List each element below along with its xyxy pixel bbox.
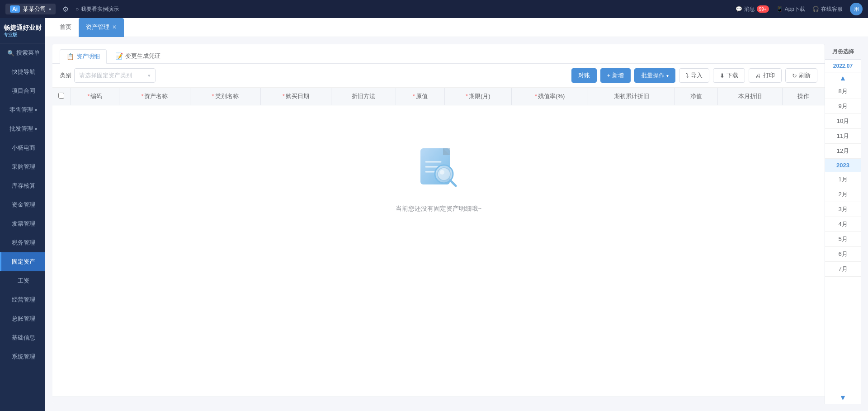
online-service-button[interactable]: 🎧 在线客服: [812, 5, 843, 13]
th-checkbox: [52, 88, 71, 105]
month-item[interactable]: 12月: [825, 144, 861, 159]
month-item[interactable]: 9月: [825, 99, 861, 114]
message-button[interactable]: 💬 消息 99+: [736, 5, 769, 13]
month-item[interactable]: 7月: [825, 262, 861, 277]
month-list: 8月9月10月11月12月20231月2月3月4月5月6月7月: [825, 84, 861, 392]
month-item[interactable]: 6月: [825, 247, 861, 262]
empty-message: 当前您还没有固定资产明细哦~: [396, 205, 481, 213]
sidebar-item-ecommerce[interactable]: 小畅电商: [0, 138, 45, 157]
month-item[interactable]: 8月: [825, 84, 861, 99]
print-icon: 🖨: [755, 72, 761, 79]
asset-detail-icon: 📋: [66, 53, 74, 60]
sidebar: 畅捷通好业财 专业版 🔍 搜索菜单 快捷导航 项目合同 零售管理 ▾ 批发管理 …: [0, 18, 45, 411]
app-icon: 📱: [776, 6, 783, 12]
sub-tab-change-voucher-label: 变更生成凭证: [125, 52, 160, 60]
tab-close-icon[interactable]: ✕: [112, 24, 117, 30]
month-item[interactable]: 2023: [825, 159, 861, 172]
sidebar-item-search[interactable]: 🔍 搜索菜单: [0, 43, 45, 62]
sub-tab-asset-detail[interactable]: 📋 资产明细: [60, 49, 107, 64]
avatar-text: 用: [854, 6, 859, 13]
tab-asset-management[interactable]: 资产管理 ✕: [79, 18, 124, 37]
refresh-label: 刷新: [799, 71, 811, 80]
th-residual-rate-label: 残值率(%): [538, 93, 565, 99]
import-button[interactable]: ⤵ 导入: [679, 68, 709, 83]
month-item[interactable]: 2月: [825, 187, 861, 202]
category-filter: 类别 请选择固定资产类别 ▾: [60, 68, 156, 83]
th-name-label: 资产名称: [144, 93, 168, 99]
category-select-input[interactable]: 请选择固定资产类别 ▾: [74, 68, 156, 83]
th-method: 折旧方法: [331, 88, 396, 105]
import-icon: ⤵: [686, 72, 689, 79]
select-arrow-icon: ▾: [148, 73, 151, 79]
sidebar-fixed-asset-label: 固定资产: [12, 258, 35, 266]
app-name: 畅捷通好业财: [4, 24, 42, 32]
sidebar-item-management[interactable]: 经营管理: [0, 290, 45, 309]
wholesale-arrow-icon: ▾: [35, 127, 37, 132]
demo-icon: ○: [75, 6, 79, 12]
sidebar-item-tax[interactable]: 税务管理: [0, 233, 45, 252]
sidebar-item-project[interactable]: 项目合同: [0, 81, 45, 100]
sidebar-item-basic-info[interactable]: 基础信息: [0, 328, 45, 347]
sub-tabs: 📋 资产明细 📝 变更生成凭证: [52, 44, 825, 64]
demo-button[interactable]: ○ 我要看实例演示: [75, 5, 119, 13]
add-button[interactable]: + 新增: [600, 68, 631, 83]
download-label: 下载: [726, 71, 738, 80]
category-placeholder: 请选择固定资产类别: [79, 71, 132, 80]
th-purchase-date-label: 购买日期: [286, 93, 309, 99]
th-period: *期限(月): [444, 88, 511, 105]
sidebar-item-purchase[interactable]: 采购管理: [0, 157, 45, 176]
print-button[interactable]: 🖨 打印: [749, 68, 782, 83]
company-selector[interactable]: Ai 某某公司 ▾: [5, 4, 56, 14]
sidebar-item-retail[interactable]: 零售管理 ▾: [0, 100, 45, 119]
month-item[interactable]: 4月: [825, 217, 861, 232]
sidebar-item-invoice[interactable]: 发票管理: [0, 214, 45, 233]
table-header-row: *编码 *资产名称 *类别名称 *购买日期 折旧方法 *原值 *期限(月) *残…: [52, 88, 825, 105]
batch-button[interactable]: 批量操作 ▾: [634, 68, 675, 83]
settings-button[interactable]: ⚙: [59, 3, 72, 15]
sidebar-item-inventory[interactable]: 库存核算: [0, 176, 45, 195]
th-code: *编码: [71, 88, 119, 105]
headphone-icon: 🎧: [812, 6, 819, 12]
print-label: 打印: [763, 71, 775, 80]
demo-label: 我要看实例演示: [81, 5, 119, 13]
app-download-button[interactable]: 📱 App下载: [776, 5, 805, 13]
th-net-value: 净值: [675, 88, 717, 105]
bottom-scroll[interactable]: [52, 397, 825, 404]
sidebar-item-finance[interactable]: 资金管理: [0, 195, 45, 214]
reconcile-button[interactable]: 对账: [571, 68, 597, 83]
sidebar-quick-nav-label: 快捷导航: [12, 68, 35, 76]
month-item[interactable]: 3月: [825, 202, 861, 217]
month-up-button[interactable]: ▲: [825, 72, 861, 84]
refresh-button[interactable]: ↻ 刷新: [785, 68, 817, 83]
sidebar-inventory-label: 库存核算: [12, 182, 35, 190]
sidebar-item-wholesale[interactable]: 批发管理 ▾: [0, 119, 45, 138]
sidebar-purchase-label: 采购管理: [12, 163, 35, 171]
user-avatar[interactable]: 用: [850, 3, 863, 15]
sidebar-item-fixed-asset[interactable]: 固定资产: [0, 252, 45, 271]
asset-table: *编码 *资产名称 *类别名称 *购买日期 折旧方法 *原值 *期限(月) *残…: [52, 88, 825, 105]
month-item[interactable]: 1月: [825, 172, 861, 187]
tab-home[interactable]: 首页: [52, 18, 79, 37]
select-all-checkbox[interactable]: [58, 93, 64, 99]
sidebar-item-system[interactable]: 系统管理: [0, 347, 45, 366]
sidebar-item-general-ledger[interactable]: 总账管理: [0, 309, 45, 328]
sidebar-project-label: 项目合同: [12, 87, 35, 95]
th-original-value-label: 原值: [416, 93, 428, 99]
sidebar-finance-label: 资金管理: [12, 201, 35, 209]
sub-tab-change-voucher[interactable]: 📝 变更生成凭证: [108, 49, 167, 63]
sidebar-item-quick-nav[interactable]: 快捷导航: [0, 62, 45, 81]
month-item[interactable]: 10月: [825, 114, 861, 129]
online-service-label: 在线客服: [821, 5, 843, 13]
sidebar-item-salary[interactable]: 工资: [0, 271, 45, 290]
svg-line-8: [450, 180, 456, 186]
asset-table-wrap: *编码 *资产名称 *类别名称 *购买日期 折旧方法 *原值 *期限(月) *残…: [52, 88, 825, 397]
batch-chevron-icon: ▾: [666, 73, 669, 78]
month-down-button[interactable]: ▼: [825, 392, 861, 404]
month-item[interactable]: 5月: [825, 232, 861, 247]
download-button[interactable]: ⬇ 下载: [713, 68, 745, 83]
th-category: *类别名称: [190, 88, 260, 105]
th-accumulated: 期初累计折旧: [588, 88, 675, 105]
nav-tabs: 首页 资产管理 ✕: [45, 18, 868, 37]
month-item[interactable]: 11月: [825, 129, 861, 144]
change-voucher-icon: 📝: [115, 52, 123, 60]
